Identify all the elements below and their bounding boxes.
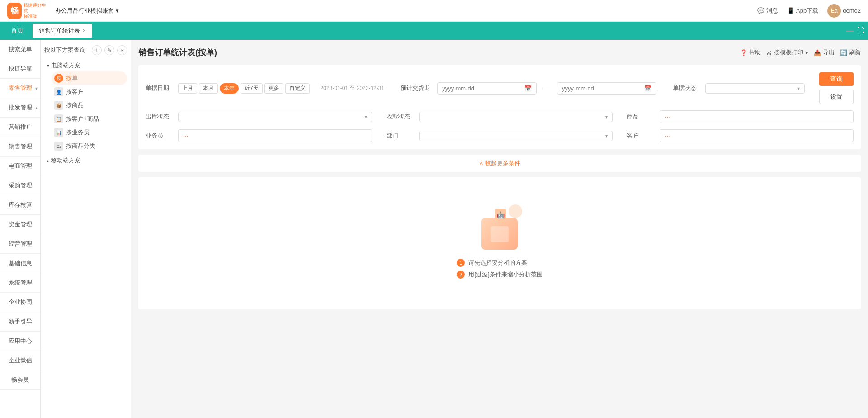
help-btn[interactable]: ❓ 帮助 <box>740 48 761 57</box>
refresh-label: 刷新 <box>849 48 861 57</box>
minimize-icon[interactable]: — <box>846 27 854 35</box>
goods-dots[interactable]: ··· <box>665 113 670 120</box>
tab-bar: 首页 销售订单统计表 × — ⛶ <box>0 22 868 40</box>
by-salesperson-label: 按业务员 <box>66 128 90 137</box>
print-icon: 🖨 <box>766 49 772 56</box>
filter-row-3: 业务员 ··· 部门 ▾ 客户 ··· <box>146 129 854 142</box>
app-label: App下载 <box>796 7 818 15</box>
query-btn-group: 查询 设置 <box>819 72 854 104</box>
sidebar-item-search[interactable]: 搜索菜单 <box>0 40 40 59</box>
date-btn-this-year[interactable]: 本年 <box>220 83 239 94</box>
sidebar-item-wholesale[interactable]: 批发管理▴ <box>0 98 40 118</box>
export-btn[interactable]: 📤 导出 <box>814 48 835 57</box>
dept-arrow-icon: ▾ <box>605 133 608 138</box>
sidebar-item-marketing[interactable]: 营销推广 <box>0 118 40 137</box>
company-dropdown-icon: ▾ <box>116 7 119 14</box>
salesperson-input[interactable]: ··· <box>178 129 372 142</box>
sidebar-item-sales[interactable]: 销售管理 <box>0 137 40 157</box>
top-right: 💬 消息 📱 App下载 Ea demo2 <box>757 4 861 18</box>
sidebar-item-inventory[interactable]: 库存核算 <box>0 195 40 215</box>
sidebar-item-operation[interactable]: 经营管理 <box>0 234 40 254</box>
top-bar: 畅 畅捷通好生意 标准版 办公用品行业模拟账套 ▾ 💬 消息 📱 App下载 E… <box>0 0 868 22</box>
scheme-item-by-salesperson[interactable]: 📊 按业务员 <box>52 126 127 139</box>
query-btn[interactable]: 查询 <box>819 72 854 86</box>
sidebar-item-system[interactable]: 系统管理 <box>0 273 40 293</box>
refresh-btn[interactable]: 🔄 刷新 <box>840 48 861 57</box>
maximize-icon[interactable]: ⛶ <box>857 27 864 35</box>
sidebar-item-finance[interactable]: 资金管理 <box>0 215 40 234</box>
message-label: 消息 <box>766 7 778 15</box>
date-btn-last-month[interactable]: 上月 <box>178 83 197 94</box>
sidebar-item-ecommerce[interactable]: 电商管理 <box>0 157 40 176</box>
sidebar-item-purchase[interactable]: 采购管理 <box>0 176 40 195</box>
scheme-group-mobile-header[interactable]: ▸ 移动端方案 <box>44 155 127 166</box>
sidebar-item-basic[interactable]: 基础信息 <box>0 254 40 273</box>
mobile-group-label: 移动端方案 <box>51 157 80 165</box>
date-btn-more[interactable]: 更多 <box>264 83 283 94</box>
settings-btn[interactable]: 设置 <box>819 90 854 104</box>
message-btn[interactable]: 💬 消息 <box>757 7 778 15</box>
expected-date-end[interactable]: 📅 <box>557 82 656 95</box>
status-select[interactable]: ▾ <box>705 83 805 94</box>
help-label: 帮助 <box>749 48 761 57</box>
scheme-item-by-customer-goods[interactable]: 📋 按客户+商品 <box>52 112 127 126</box>
by-customer-goods-icon: 📋 <box>54 114 63 124</box>
print-btn[interactable]: 🖨 按模板打印 ▾ <box>766 48 808 57</box>
collapse-label: 收起更多条件 <box>485 160 520 166</box>
dept-select[interactable]: ▾ <box>419 131 613 141</box>
sidebar-item-enterprise[interactable]: 企业协同 <box>0 293 40 312</box>
expected-date-start[interactable]: 📅 <box>437 82 537 95</box>
payment-arrow-icon: ▾ <box>605 114 608 119</box>
status-arrow-icon: ▾ <box>797 86 800 91</box>
scheme-item-by-goods[interactable]: 📦 按商品 <box>52 99 127 112</box>
app-icon: 📱 <box>787 7 794 14</box>
customer-input[interactable]: ··· <box>660 129 854 142</box>
tab-close-btn[interactable]: × <box>83 28 86 34</box>
date-separator: — <box>544 85 550 92</box>
expected-date-end-input[interactable] <box>562 85 642 92</box>
app-download-btn[interactable]: 📱 App下载 <box>787 7 818 15</box>
goods-input[interactable]: ··· <box>660 110 854 123</box>
date-range-text: 2023-01-01 至 2023-12-31 <box>321 85 384 92</box>
user-profile[interactable]: Ea demo2 <box>827 4 861 18</box>
sidebar-item-appcenter[interactable]: 应用中心 <box>0 332 40 351</box>
tab-home[interactable]: 首页 <box>4 22 31 40</box>
date-btn-7days[interactable]: 近7天 <box>241 83 263 94</box>
scheme-item-by-customer[interactable]: 👤 按客户 <box>52 85 127 99</box>
by-order-icon: 按 <box>54 74 63 83</box>
calendar-end-icon: 📅 <box>644 85 651 92</box>
empty-box <box>481 218 518 250</box>
logo-text: 畅捷通好生意 标准版 <box>24 3 48 19</box>
salesperson-dots[interactable]: ··· <box>183 132 189 139</box>
empty-illustration: 🤖 <box>472 204 527 250</box>
hint-num-1: 1 <box>457 259 465 267</box>
scheme-group-pc: ▾ 电脑端方案 按 按单 👤 按客户 📦 按商品 <box>44 60 127 153</box>
main-content: 销售订单统计表(按单) ❓ 帮助 🖨 按模板打印 ▾ 📤 导出 <box>131 40 868 418</box>
sidebar-item-wechat[interactable]: 企业微信 <box>0 351 40 370</box>
export-label: 导出 <box>823 48 835 57</box>
hint-label-2: 用[过滤]条件来缩小分析范围 <box>468 271 542 279</box>
scheme-item-by-category[interactable]: 🗂 按商品分类 <box>52 139 127 153</box>
scheme-item-by-order[interactable]: 按 按单 <box>52 71 127 85</box>
company-selector[interactable]: 办公用品行业模拟账套 ▾ <box>55 7 121 15</box>
customer-dots[interactable]: ··· <box>665 132 670 139</box>
scheme-collapse-btn[interactable]: « <box>117 45 127 55</box>
sidebar-item-retail[interactable]: 零售管理▾ <box>0 79 40 98</box>
date-btn-this-month[interactable]: 本月 <box>199 83 218 94</box>
scheme-add-btn[interactable]: + <box>92 45 102 55</box>
sidebar-item-quick-nav[interactable]: 快捷导航 <box>0 59 40 79</box>
scheme-edit-btn[interactable]: ✎ <box>104 45 114 55</box>
filter-area: 单据日期 上月 本月 本年 近7天 更多 自定义 2023-01-01 至 20… <box>138 65 861 149</box>
expected-date-start-input[interactable] <box>442 85 522 92</box>
collapse-btn[interactable]: ∧ 收起更多条件 <box>138 155 861 172</box>
sidebar-item-newbie[interactable]: 新手引导 <box>0 312 40 332</box>
empty-decoration <box>509 204 522 218</box>
payment-select[interactable]: ▾ <box>419 112 613 122</box>
scheme-group-pc-header[interactable]: ▾ 电脑端方案 <box>44 60 127 71</box>
date-btn-custom[interactable]: 自定义 <box>285 83 310 94</box>
sidebar-item-member[interactable]: 畅会员 <box>0 370 40 390</box>
customer-label: 客户 <box>627 132 652 140</box>
delivery-select[interactable]: ▾ <box>178 112 372 122</box>
print-label: 按模板打印 <box>774 48 803 57</box>
tab-sales-order[interactable]: 销售订单统计表 × <box>33 24 92 38</box>
